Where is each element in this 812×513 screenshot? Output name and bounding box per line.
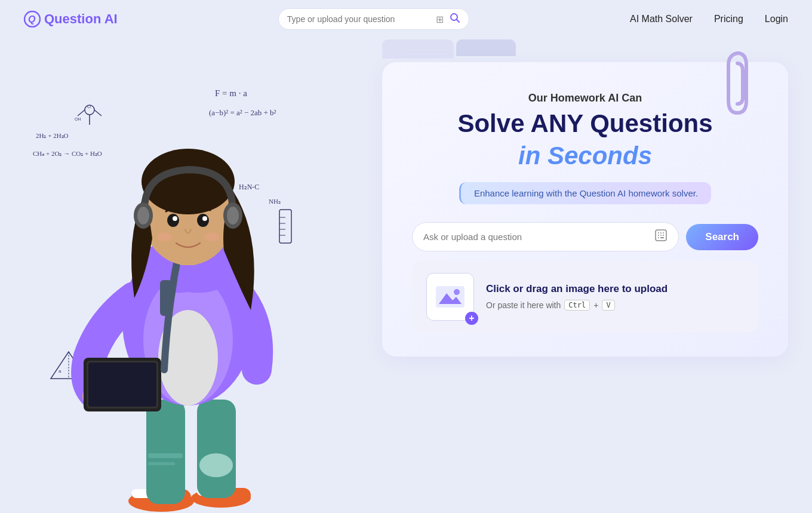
calculator-button[interactable] (654, 229, 668, 245)
upload-area[interactable]: + Click or drag an image here to upload … (412, 261, 758, 333)
navbar-search-input[interactable] (287, 14, 430, 24)
svg-point-45 (202, 216, 207, 221)
plus-sign: + (593, 300, 598, 310)
upload-paste-text: Or paste it here with Ctrl + V (486, 300, 668, 311)
hero-title-line2: in Seconds (412, 142, 758, 170)
question-input[interactable] (423, 232, 648, 242)
image-upload-icon (436, 286, 465, 308)
hero-subtitle: Our Homework AI Can (412, 92, 758, 105)
question-input-wrap[interactable] (412, 222, 679, 251)
logo[interactable]: Q Question AI (24, 11, 118, 27)
hero-title-line1: Solve ANY Questions (412, 109, 758, 138)
svg-point-43 (197, 214, 209, 227)
svg-point-51 (227, 207, 239, 225)
svg-point-47 (205, 233, 219, 241)
nav-ai-math-solver[interactable]: AI Math Solver (630, 14, 693, 24)
search-icon[interactable] (450, 13, 460, 26)
paste-label: Or paste it here with (486, 300, 561, 310)
svg-rect-27 (197, 400, 236, 498)
svg-point-30 (199, 453, 233, 477)
logo-icon: Q (24, 11, 41, 27)
svg-rect-28 (148, 453, 183, 458)
logo-text: Question AI (44, 11, 118, 27)
svg-rect-38 (160, 280, 172, 316)
upload-text-block: Click or drag an image here to upload Or… (486, 283, 668, 311)
svg-rect-26 (146, 400, 185, 504)
svg-rect-61 (436, 286, 465, 308)
svg-line-3 (456, 20, 459, 23)
ctrl-key: Ctrl (564, 300, 590, 311)
nav-links: AI Math Solver Pricing Login (630, 14, 788, 24)
search-button[interactable]: Search (686, 224, 758, 250)
svg-rect-37 (88, 363, 156, 407)
hero-card: Our Homework AI Can Solve ANY Questions … (382, 62, 788, 357)
plus-badge: + (465, 312, 478, 325)
svg-point-42 (167, 214, 179, 227)
svg-point-50 (137, 207, 149, 225)
hero-right: Our Homework AI Can Solve ANY Questions … (370, 38, 812, 380)
calculator-icon[interactable]: ⊞ (436, 14, 444, 25)
navbar-search[interactable]: ⊞ (278, 8, 469, 30)
hero-description-wrap: Enhance learning with the Question AI ho… (412, 182, 758, 204)
upload-thumbnail: + (426, 273, 474, 321)
nav-login[interactable]: Login (765, 14, 788, 24)
hero-section: F = m · a (a−b)² = a² − 2ab + b² 2H₂ + 2… (0, 38, 812, 513)
v-key: V (602, 300, 614, 311)
hero-description: Enhance learning with the Question AI ho… (459, 182, 711, 204)
svg-point-46 (157, 233, 171, 241)
character-illustration (48, 71, 322, 513)
svg-text:Q: Q (28, 14, 36, 24)
paperclip-decoration (722, 50, 752, 118)
question-input-row: Search (412, 222, 758, 251)
card-tab-1 (382, 39, 454, 59)
hero-left: F = m · a (a−b)² = a² − 2ab + b² 2H₂ + 2… (0, 38, 370, 513)
upload-main-text: Click or drag an image here to upload (486, 283, 668, 295)
svg-point-62 (454, 289, 460, 295)
navbar: Q Question AI ⊞ AI Math Solver Pricing L… (0, 0, 812, 38)
svg-rect-29 (148, 462, 175, 465)
svg-point-44 (173, 216, 177, 221)
nav-pricing[interactable]: Pricing (714, 14, 743, 24)
card-tab-strip (382, 39, 516, 59)
card-tab-2 (456, 39, 516, 56)
